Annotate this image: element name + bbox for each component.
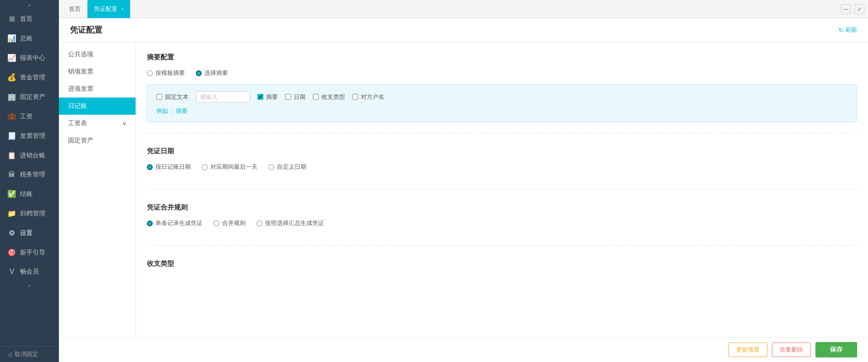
batch-delete-button[interactable]: 批量删除 bbox=[772, 342, 811, 357]
sidebar-item-archive[interactable]: 📁 归档管理 bbox=[0, 204, 59, 223]
tab-voucher-config[interactable]: 凭证配置 × bbox=[87, 0, 131, 18]
summary-radio-group: 按模板摘要 选择摘要 bbox=[147, 69, 857, 77]
left-nav-fixed-assets[interactable]: 固定资产 bbox=[59, 132, 136, 149]
checkbox-payment-type[interactable] bbox=[313, 94, 319, 100]
left-nav-sales-invoice[interactable]: 销项发票 bbox=[59, 63, 136, 80]
voucher-date-radio-group: 按日记账日期 对应期间最后一天 自定义日期 bbox=[147, 163, 857, 171]
checkbox-summary[interactable] bbox=[257, 94, 263, 100]
sidebar-item-reports[interactable]: 📈 报表中心 bbox=[0, 48, 59, 68]
guide-icon: 🎯 bbox=[7, 248, 16, 257]
left-nav-journal[interactable]: 日记账 bbox=[59, 98, 136, 115]
merge-rule-title: 凭证合并规则 bbox=[147, 203, 857, 212]
sidebar-item-home[interactable]: ⊞ 首页 bbox=[0, 9, 59, 29]
fixed-assets-icon: 🏢 bbox=[7, 93, 16, 101]
checkbox-counterpart-label[interactable]: 对方户名 bbox=[352, 93, 384, 101]
radio-journal-date-label[interactable]: 按日记账日期 bbox=[147, 163, 191, 171]
bottom-bar: 更新预置 批量删除 保存 bbox=[59, 337, 868, 362]
sidebar: ▲ ⊞ 首页 📊 总账 📈 报表中心 💰 资金管理 🏢 固定资产 💼 工资 🧾 … bbox=[0, 0, 59, 362]
merge-rule-radio-group: 单条记录生成凭证 合并规则 按照选择汇总生成凭证 bbox=[147, 219, 857, 227]
tab-home[interactable]: 首页 bbox=[63, 0, 87, 18]
sidebar-item-ledger[interactable]: 📊 总账 bbox=[0, 29, 59, 48]
update-preview-button[interactable]: 更新预置 bbox=[728, 342, 767, 357]
page-header: 凭证配置 ↻ 刷新 bbox=[59, 18, 868, 42]
checkbox-summary-label[interactable]: 摘要 bbox=[257, 93, 278, 101]
sidebar-item-guide[interactable]: 🎯 新手引导 bbox=[0, 243, 59, 262]
chevron-down-icon: ∨ bbox=[122, 120, 126, 127]
right-content: 摘要配置 按模板摘要 选择摘要 bbox=[136, 42, 868, 337]
fixed-text-input[interactable] bbox=[196, 91, 250, 103]
main-area: 首页 凭证配置 × — ⤢ 凭证配置 ↻ 刷新 公共选项 bbox=[59, 0, 868, 362]
checkbox-date-label[interactable]: 日期 bbox=[285, 93, 305, 101]
closing-icon: ✅ bbox=[7, 190, 16, 198]
income-expense-section: 收支类型 bbox=[147, 259, 857, 286]
sales-ledger-icon: 📋 bbox=[7, 151, 16, 160]
ledger-icon: 📊 bbox=[7, 34, 16, 43]
sidebar-item-tax[interactable]: 🏛 税务管理 bbox=[0, 165, 59, 184]
voucher-date-section: 凭证日期 按日记账日期 对应期间最后一天 自定义日期 bbox=[147, 147, 857, 190]
radio-template-label[interactable]: 按模板摘要 bbox=[147, 69, 185, 77]
funds-icon: 💰 bbox=[7, 73, 16, 82]
settings-icon: ⚙ bbox=[7, 229, 16, 237]
sidebar-item-sales-ledger[interactable]: 📋 进销台账 bbox=[0, 146, 59, 165]
radio-template[interactable] bbox=[147, 70, 153, 76]
radio-custom-date-label[interactable]: 自定义日期 bbox=[268, 163, 306, 171]
radio-single-record[interactable] bbox=[147, 220, 153, 226]
maximize-button[interactable]: ⤢ bbox=[854, 4, 864, 14]
payroll-icon: 💼 bbox=[7, 112, 16, 121]
summary-section-title: 摘要配置 bbox=[147, 53, 857, 62]
tab-close-icon[interactable]: × bbox=[121, 6, 124, 12]
home-icon: ⊞ bbox=[7, 15, 16, 23]
refresh-icon: ↻ bbox=[839, 27, 844, 34]
radio-merge-rule-label[interactable]: 合并规则 bbox=[213, 219, 246, 227]
sidebar-item-closing[interactable]: ✅ 结账 bbox=[0, 184, 59, 204]
checkbox-counterpart[interactable] bbox=[352, 94, 358, 100]
save-button[interactable]: 保存 bbox=[815, 342, 857, 357]
radio-period-last-label[interactable]: 对应期间最后一天 bbox=[202, 163, 257, 171]
cancel-fixed-button[interactable]: ◁ 取消固定 bbox=[0, 346, 59, 362]
tab-controls: — ⤢ bbox=[841, 4, 864, 14]
checkbox-fixed-text[interactable] bbox=[156, 94, 162, 100]
minimize-button[interactable]: — bbox=[841, 4, 851, 14]
radio-merge-rule[interactable] bbox=[213, 220, 219, 226]
radio-select-total[interactable] bbox=[257, 220, 262, 226]
merge-rule-section: 凭证合并规则 单条记录生成凭证 合并规则 按照选择汇总生成凭证 bbox=[147, 203, 857, 246]
sidebar-item-settings[interactable]: ⚙ 设置 bbox=[0, 223, 59, 243]
sidebar-item-payroll[interactable]: 💼 工资 bbox=[0, 107, 59, 126]
sidebar-item-vip[interactable]: V 畅会员 bbox=[0, 262, 59, 281]
checkbox-fixed-text-label[interactable]: 固定文本 bbox=[156, 93, 189, 101]
reports-icon: 📈 bbox=[7, 54, 16, 62]
radio-period-last[interactable] bbox=[202, 164, 208, 170]
summary-config-row: 固定文本 摘要 日期 bbox=[156, 91, 848, 103]
pin-icon: ◁ bbox=[7, 351, 12, 358]
income-expense-title: 收支类型 bbox=[147, 259, 857, 268]
sidebar-item-funds[interactable]: 💰 资金管理 bbox=[0, 68, 59, 87]
checkbox-date[interactable] bbox=[285, 94, 291, 100]
radio-select-summary[interactable] bbox=[196, 70, 202, 76]
radio-select-label[interactable]: 选择摘要 bbox=[196, 69, 228, 77]
checkbox-payment-type-label[interactable]: 收支类型 bbox=[313, 93, 345, 101]
content-area: 凭证配置 ↻ 刷新 公共选项 销项发票 进项发票 日记账 bbox=[59, 18, 868, 362]
sidebar-item-fixed-assets[interactable]: 🏢 固定资产 bbox=[0, 87, 59, 107]
sidebar-item-invoices[interactable]: 🧾 发票管理 bbox=[0, 126, 59, 146]
sidebar-scroll-up[interactable]: ▲ bbox=[0, 0, 59, 9]
invoices-icon: 🧾 bbox=[7, 132, 16, 140]
left-nav-public-options[interactable]: 公共选项 bbox=[59, 46, 136, 63]
summary-config-box: 固定文本 摘要 日期 bbox=[147, 84, 857, 122]
body-layout: 公共选项 销项发票 进项发票 日记账 工资表 ∨ 固定资产 bbox=[59, 42, 868, 337]
radio-select-total-label[interactable]: 按照选择汇总生成凭证 bbox=[257, 219, 324, 227]
refresh-button[interactable]: ↻ 刷新 bbox=[839, 26, 857, 34]
radio-single-record-label[interactable]: 单条记录生成凭证 bbox=[147, 219, 203, 227]
radio-custom-date[interactable] bbox=[268, 164, 274, 170]
voucher-date-title: 凭证日期 bbox=[147, 147, 857, 156]
left-nav: 公共选项 销项发票 进项发票 日记账 工资表 ∨ 固定资产 bbox=[59, 42, 136, 337]
radio-journal-date[interactable] bbox=[147, 164, 153, 170]
summary-example: 例如： 摘要 bbox=[156, 107, 848, 115]
left-nav-payroll-table[interactable]: 工资表 ∨ bbox=[59, 115, 136, 132]
page-title: 凭证配置 bbox=[70, 24, 102, 35]
vip-icon: V bbox=[7, 268, 16, 276]
sidebar-scroll-down[interactable]: ▼ bbox=[0, 281, 59, 290]
tax-icon: 🏛 bbox=[7, 171, 16, 179]
tab-bar: 首页 凭证配置 × — ⤢ bbox=[59, 0, 868, 18]
left-nav-purchase-invoice[interactable]: 进项发票 bbox=[59, 80, 136, 98]
archive-icon: 📁 bbox=[7, 209, 16, 218]
